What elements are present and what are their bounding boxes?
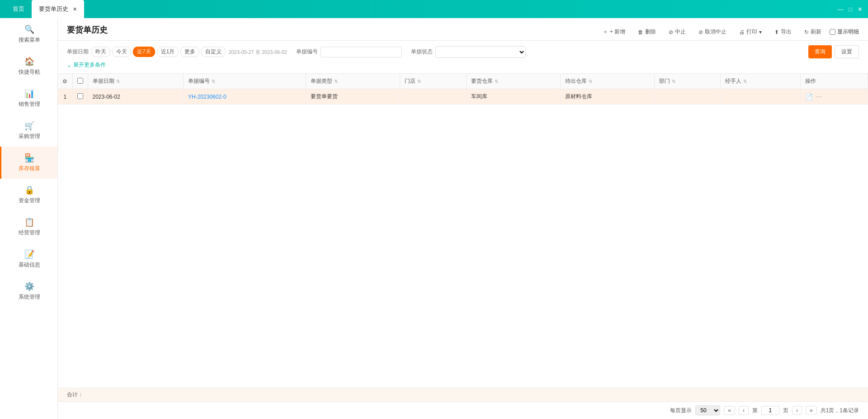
chart-icon: 📊 bbox=[24, 89, 34, 99]
row-req-warehouse: 车间库 bbox=[466, 89, 560, 105]
pagination-bar: 每页显示 20 50 100 « ‹ 第 页 › » 共1页，1条记录 bbox=[58, 401, 868, 419]
per-page-select[interactable]: 20 50 100 bbox=[695, 405, 720, 415]
sidebar-label-search: 搜索菜单 bbox=[19, 36, 40, 44]
export-label: 导出 bbox=[781, 28, 792, 36]
query-buttons: 查询 设置 bbox=[808, 45, 859, 58]
sidebar-label-inventory: 库存核算 bbox=[19, 165, 40, 172]
expand-button[interactable]: ⌄ 展开更多条件 bbox=[67, 61, 859, 69]
tab-requisition-history[interactable]: 要货单历史 ✕ bbox=[32, 0, 84, 18]
doc-no-input[interactable] bbox=[321, 47, 402, 57]
expand-label: 展开更多条件 bbox=[73, 61, 106, 69]
page-prefix-label: 第 bbox=[752, 407, 758, 414]
th-req-warehouse-sort-icon[interactable]: ⇅ bbox=[495, 79, 498, 84]
filter-area: 单据日期 昨天 今天 近7天 近1月 更多 自定义 2023-05-27 至 2… bbox=[58, 41, 868, 74]
th-pending-warehouse-label: 待出仓库 bbox=[565, 77, 587, 85]
print-label: 打印 bbox=[746, 28, 757, 36]
data-table: ⚙ 单据日期 ⇅ bbox=[58, 74, 868, 105]
sidebar: 🔍 搜索菜单 🏠 快捷导航 📊 销售管理 🛒 采购管理 🏪 库存核算 🔒 bbox=[0, 18, 58, 419]
row-pending-warehouse: 原材料仓库 bbox=[560, 89, 654, 105]
th-doc-type-sort-icon[interactable]: ⇅ bbox=[334, 79, 338, 84]
date-btn-7days[interactable]: 近7天 bbox=[133, 47, 155, 57]
sidebar-item-system[interactable]: ⚙️ 系统管理 bbox=[0, 275, 57, 307]
delete-button[interactable]: 🗑 删除 bbox=[633, 26, 660, 38]
export-button[interactable]: ⬆ 导出 bbox=[770, 26, 796, 38]
table-head: ⚙ 单据日期 ⇅ bbox=[58, 74, 868, 89]
new-button[interactable]: ＋ + 新增 bbox=[598, 26, 630, 38]
tab-home[interactable]: 首页 bbox=[5, 0, 32, 18]
expand-chevron-icon: ⌄ bbox=[67, 62, 71, 68]
date-btn-custom[interactable]: 自定义 bbox=[201, 47, 226, 57]
search-icon: 🔍 bbox=[24, 24, 34, 34]
more-icon[interactable]: ⋯ bbox=[816, 93, 822, 100]
cancel-stop-label: 取消中止 bbox=[705, 28, 726, 36]
tab-requisition-label: 要货单历史 bbox=[39, 5, 68, 13]
query-button[interactable]: 查询 bbox=[808, 45, 832, 58]
tab-home-label: 首页 bbox=[13, 5, 24, 13]
th-department-sort-icon[interactable]: ⇅ bbox=[672, 79, 675, 84]
stop-button[interactable]: ⊘ 中止 bbox=[664, 26, 690, 38]
row-doc-no-link[interactable]: YH-20230602-0 bbox=[188, 94, 226, 100]
date-btn-more[interactable]: 更多 bbox=[180, 47, 199, 57]
display-detail-toggle[interactable]: 显示明细 bbox=[830, 28, 859, 36]
print-dropdown-icon: ▾ bbox=[759, 29, 762, 35]
export-icon: ⬆ bbox=[774, 29, 779, 35]
th-pending-warehouse-sort-icon[interactable]: ⇅ bbox=[589, 79, 592, 84]
th-store-sort-icon[interactable]: ⇅ bbox=[417, 79, 421, 84]
settings-button[interactable]: 设置 bbox=[835, 45, 859, 58]
table-row[interactable]: 1 2023-06-02 YH-20230602-0 要货单要货 车间库 bbox=[58, 89, 868, 105]
first-page-button[interactable]: « bbox=[724, 406, 735, 415]
last-page-button[interactable]: » bbox=[806, 406, 817, 415]
th-department-label: 部门 bbox=[659, 77, 670, 85]
table-header-row: ⚙ 单据日期 ⇅ bbox=[58, 74, 868, 89]
tab-close-icon[interactable]: ✕ bbox=[73, 6, 77, 12]
doc-no-label: 单据编号 bbox=[296, 48, 318, 56]
window-maximize[interactable]: □ bbox=[849, 6, 852, 13]
next-page-button[interactable]: › bbox=[792, 406, 802, 415]
home-icon: 🏠 bbox=[24, 57, 34, 67]
sidebar-item-purchase[interactable]: 🛒 采购管理 bbox=[0, 114, 57, 147]
clipboard-icon: 📋 bbox=[24, 217, 34, 227]
filter-row: 单据日期 昨天 今天 近7天 近1月 更多 自定义 2023-05-27 至 2… bbox=[67, 45, 859, 58]
print-button[interactable]: 🖨 打印 ▾ bbox=[735, 26, 766, 38]
sidebar-label-quick-nav: 快捷导航 bbox=[19, 68, 40, 76]
edit-icon[interactable]: 📄 bbox=[805, 93, 813, 100]
column-settings-icon[interactable]: ⚙ bbox=[62, 78, 67, 85]
expand-row: ⌄ 展开更多条件 bbox=[67, 61, 859, 69]
date-filter: 单据日期 昨天 今天 近7天 近1月 更多 自定义 2023-05-27 至 2… bbox=[67, 47, 287, 57]
sidebar-item-sales[interactable]: 📊 销售管理 bbox=[0, 82, 57, 114]
th-date-sort-icon[interactable]: ⇅ bbox=[116, 79, 120, 84]
window-close[interactable]: ✕ bbox=[858, 6, 863, 13]
select-all-checkbox[interactable] bbox=[77, 78, 83, 84]
window-minimize[interactable]: — bbox=[837, 6, 843, 13]
cancel-stop-button[interactable]: ⊘ 取消中止 bbox=[694, 26, 731, 38]
th-handler-sort-icon[interactable]: ⇅ bbox=[743, 79, 747, 84]
th-settings: ⚙ bbox=[58, 74, 72, 89]
status-select[interactable] bbox=[435, 46, 526, 58]
th-req-warehouse-label: 要货仓库 bbox=[471, 77, 493, 85]
prev-page-button[interactable]: ‹ bbox=[739, 406, 749, 415]
sidebar-item-quick-nav[interactable]: 🏠 快捷导航 bbox=[0, 50, 57, 82]
date-filter-label: 单据日期 bbox=[67, 48, 89, 56]
lock-icon: 🔒 bbox=[24, 185, 34, 195]
date-btn-1month[interactable]: 近1月 bbox=[157, 47, 179, 57]
new-label: + 新增 bbox=[610, 28, 625, 36]
th-date: 单据日期 ⇅ bbox=[88, 74, 184, 89]
sidebar-label-system: 系统管理 bbox=[19, 293, 40, 301]
display-detail-checkbox[interactable] bbox=[830, 29, 835, 35]
sidebar-item-inventory[interactable]: 🏪 库存核算 bbox=[0, 147, 57, 179]
date-btn-yesterday[interactable]: 昨天 bbox=[91, 47, 110, 57]
sidebar-label-purchase: 采购管理 bbox=[19, 133, 40, 140]
row-department bbox=[654, 89, 720, 105]
th-doc-no-sort-icon[interactable]: ⇅ bbox=[212, 79, 215, 84]
gear-icon: ⚙️ bbox=[24, 281, 34, 291]
sidebar-label-operations: 经营管理 bbox=[19, 229, 40, 237]
sidebar-item-base-info[interactable]: 📝 基础信息 bbox=[0, 243, 57, 275]
date-btn-today[interactable]: 今天 bbox=[112, 47, 131, 57]
sidebar-item-search[interactable]: 🔍 搜索菜单 bbox=[0, 18, 57, 50]
refresh-button[interactable]: ↻ 刷新 bbox=[800, 26, 826, 38]
page-number-input[interactable] bbox=[761, 406, 779, 415]
row-select-checkbox[interactable] bbox=[77, 93, 83, 99]
sidebar-item-operations[interactable]: 📋 经营管理 bbox=[0, 211, 57, 243]
sidebar-label-finance: 资金管理 bbox=[19, 197, 40, 205]
sidebar-item-finance[interactable]: 🔒 资金管理 bbox=[0, 179, 57, 211]
